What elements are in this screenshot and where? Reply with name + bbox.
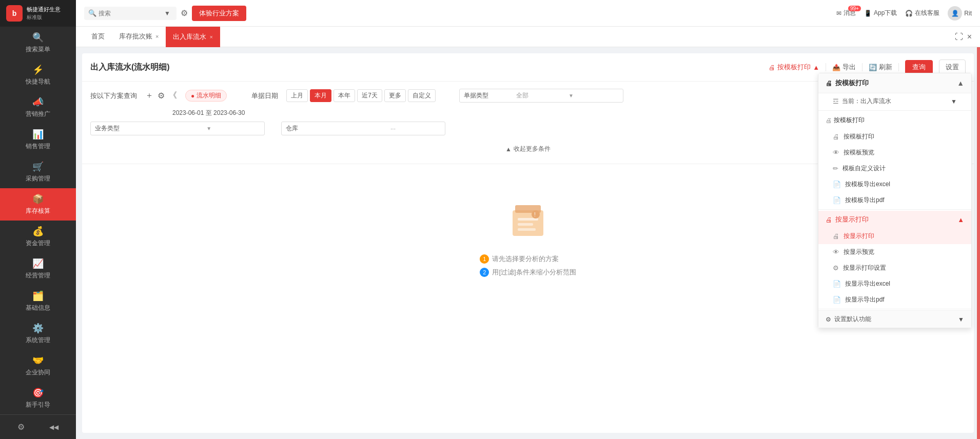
page-title: 出入库流水(流水明细) bbox=[90, 62, 170, 73]
refresh-btn[interactable]: 🔄 刷新 bbox=[869, 63, 892, 72]
topbar-search-box[interactable]: 🔍 ▼ bbox=[84, 7, 177, 20]
template-preview-label: 按模板预览 bbox=[844, 148, 874, 157]
collapse-sidebar-icon[interactable]: ◀◀ bbox=[49, 424, 58, 431]
type-filter[interactable]: 单据类型 全部 ▼ bbox=[459, 89, 623, 103]
export-btn[interactable]: 📤 导出 bbox=[832, 63, 856, 72]
system-sidebar-label: 系统管理 bbox=[26, 336, 50, 345]
date-current-year[interactable]: 本年 bbox=[334, 89, 355, 102]
refresh-icon: 🔄 bbox=[869, 64, 877, 71]
template-section-icon: 🖨 bbox=[826, 117, 832, 124]
empty-tip-2: 2 用[过滤]条件来缩小分析范围 bbox=[480, 268, 576, 277]
filter-gear-icon[interactable]: ⚙ bbox=[158, 91, 165, 101]
avatar-img: 👤 bbox=[948, 6, 962, 21]
template-export-pdf-item[interactable]: 📄 按模板导出pdf bbox=[818, 192, 971, 208]
tab-batch[interactable]: 库存批次账 × bbox=[112, 27, 166, 47]
partner-sidebar-icon: 🤝 bbox=[32, 355, 44, 366]
template-export-excel-item[interactable]: 📄 按模板导出excel bbox=[818, 176, 971, 192]
resize-handle[interactable] bbox=[977, 47, 980, 439]
panel-footer[interactable]: ⚙ 设置默认功能 ▼ bbox=[818, 310, 971, 328]
template-custom-item[interactable]: ✏ 模板自定义设计 bbox=[818, 161, 971, 176]
tab-maximize-icon[interactable]: ⛶ bbox=[955, 32, 963, 42]
tab-close-btn[interactable]: × bbox=[967, 32, 972, 42]
display-export-pdf-label: 按显示导出pdf bbox=[845, 295, 885, 304]
topbar-gear-icon[interactable]: ⚙ bbox=[181, 8, 188, 18]
display-preview-item[interactable]: 👁 按显示预览 bbox=[818, 244, 971, 260]
date-last-month[interactable]: 上月 bbox=[286, 89, 308, 102]
logo-sub: 标准版 bbox=[27, 14, 61, 21]
query-btn[interactable]: 查询 bbox=[905, 60, 933, 74]
display-preview-icon: 👁 bbox=[833, 248, 839, 256]
sidebar-item-quick-nav[interactable]: ⚡ 快捷导航 bbox=[0, 59, 76, 91]
business-type-dropdown-icon[interactable]: ▼ bbox=[206, 126, 260, 131]
date-more[interactable]: 更多 bbox=[384, 89, 406, 102]
type-dropdown-icon[interactable]: ▼ bbox=[569, 93, 619, 98]
display-print-item[interactable]: 🖨 按显示打印 bbox=[818, 228, 971, 244]
template-preview-item[interactable]: 👁 按模板预览 bbox=[818, 145, 971, 161]
panel-header: 🖨 按模板打印 ▲ bbox=[818, 73, 971, 93]
tab-home[interactable]: 首页 bbox=[84, 27, 112, 47]
display-export-excel-item[interactable]: 📄 按显示导出excel bbox=[818, 276, 971, 292]
tip1-text: 请先选择要分析的方案 bbox=[492, 254, 559, 264]
tip1-num: 1 bbox=[480, 254, 489, 264]
svg-rect-4 bbox=[518, 228, 536, 231]
headset-icon: 🎧 bbox=[905, 10, 913, 17]
tab-batch-close[interactable]: × bbox=[155, 33, 159, 39]
display-section-header[interactable]: 🖨 按显示打印 ▲ bbox=[818, 211, 971, 228]
display-excel-icon: 📄 bbox=[833, 280, 841, 288]
display-export-pdf-item[interactable]: 📄 按显示导出pdf bbox=[818, 292, 971, 308]
message-icon: ✉ bbox=[836, 10, 841, 17]
display-settings-icon: ⚙ bbox=[833, 264, 839, 272]
warehouse-filter[interactable]: 仓库 ··· bbox=[281, 122, 445, 135]
search-dropdown-icon[interactable]: ▼ bbox=[162, 9, 172, 18]
footer-settings-icon: ⚙ bbox=[826, 316, 831, 323]
print-template-btn[interactable]: 🖨 按模板打印 ▲ bbox=[769, 63, 819, 72]
sidebar-item-inventory[interactable]: 📦 库存核算 bbox=[0, 188, 76, 221]
panel-divider-2 bbox=[818, 209, 971, 210]
filter-collapse-left-icon[interactable]: 《 bbox=[169, 90, 177, 101]
sidebar-item-system[interactable]: ⚙️ 系统管理 bbox=[0, 317, 76, 350]
logo-icon: b bbox=[6, 5, 23, 22]
sidebar-item-finance[interactable]: 💰 资金管理 bbox=[0, 221, 76, 253]
industry-btn[interactable]: 体验行业方案 bbox=[192, 6, 246, 21]
sidebar-item-partner[interactable]: 🤝 企业协同 bbox=[0, 350, 76, 382]
print-dropdown-panel: 🖨 按模板打印 ▲ ☲ 当前：出入库流水 ▼ 🖨 bbox=[818, 73, 972, 328]
finance-sidebar-icon: 💰 bbox=[32, 226, 44, 237]
sidebar-item-guide[interactable]: 🎯 新手引导 bbox=[0, 382, 76, 414]
template-section-header: 🖨 按模板打印 bbox=[818, 112, 971, 129]
add-filter-icon[interactable]: ＋ bbox=[145, 90, 153, 101]
business-type-filter[interactable]: 业务类型 ▼ bbox=[90, 122, 265, 135]
tab-inout[interactable]: 出入库流水 × bbox=[166, 27, 220, 47]
username-label: Rit bbox=[964, 10, 972, 17]
date-range-text: 2023-06-01 至 2023-06-30 bbox=[172, 109, 245, 116]
display-export-excel-label: 按显示导出excel bbox=[845, 280, 890, 288]
user-avatar[interactable]: 👤 Rit bbox=[948, 6, 972, 21]
search-icon: 🔍 bbox=[88, 9, 96, 17]
settings-icon[interactable]: ⚙ bbox=[17, 422, 25, 432]
sidebar-item-operation[interactable]: 📈 经营管理 bbox=[0, 253, 76, 285]
sidebar-item-marketing[interactable]: 📣 营销推广 bbox=[0, 91, 76, 124]
date-last-7days[interactable]: 近7天 bbox=[357, 89, 382, 102]
template-preview-icon: 👁 bbox=[833, 149, 839, 156]
online-service-btn[interactable]: 🎧 在线客服 bbox=[905, 9, 939, 17]
app-download-btn[interactable]: 📱 App下载 bbox=[864, 9, 897, 17]
display-settings-item[interactable]: ⚙ 按显示打印设置 bbox=[818, 260, 971, 276]
date-custom[interactable]: 自定义 bbox=[408, 89, 436, 102]
inventory-sidebar-icon: 📦 bbox=[32, 193, 44, 205]
warehouse-more-icon[interactable]: ··· bbox=[390, 125, 441, 132]
message-btn[interactable]: ✉ 消息 99+ bbox=[836, 9, 856, 17]
sidebar-item-basic[interactable]: 🗂️ 基础信息 bbox=[0, 285, 76, 317]
sidebar-item-purchase[interactable]: 🛒 采购管理 bbox=[0, 156, 76, 188]
sidebar-item-search[interactable]: 🔍 搜索菜单 bbox=[0, 27, 76, 59]
online-service-label: 在线客服 bbox=[915, 9, 939, 17]
basic-sidebar-label: 基础信息 bbox=[26, 304, 50, 312]
operation-sidebar-label: 经营管理 bbox=[26, 271, 50, 280]
collapse-filter-label: 收起更多条件 bbox=[514, 145, 551, 153]
date-current-month[interactable]: 本月 bbox=[310, 89, 331, 102]
search-input[interactable] bbox=[99, 10, 160, 17]
sidebar-item-sales[interactable]: 📊 销售管理 bbox=[0, 124, 76, 156]
panel-current-item[interactable]: ☲ 当前：出入库流水 ▼ bbox=[818, 93, 971, 109]
template-print-item[interactable]: 🖨 按模板打印 bbox=[818, 129, 971, 145]
panel-collapse-icon[interactable]: ▲ bbox=[957, 79, 964, 87]
logo-name: 畅捷通好生意 bbox=[27, 6, 61, 13]
tab-inout-close[interactable]: × bbox=[209, 34, 212, 40]
